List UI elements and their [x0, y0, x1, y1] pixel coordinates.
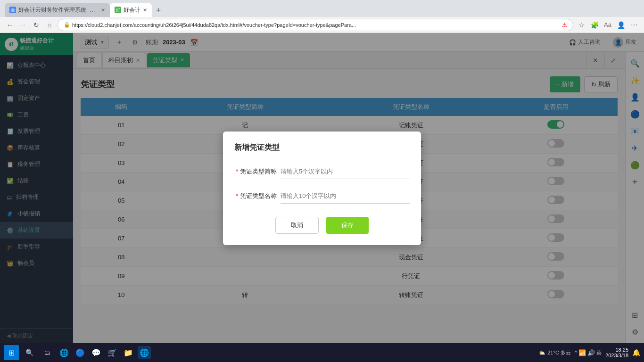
reload-button[interactable]: ↻	[31, 20, 41, 30]
modal: 新增凭证类型 * 凭证类型简称 * 凭证类型名称 取消 保存	[223, 132, 421, 245]
extensions-icon[interactable]: 🧩	[589, 20, 600, 30]
modal-actions: 取消 保存	[234, 217, 410, 234]
tab2-label: 好会计	[124, 6, 140, 14]
browser-star-icon[interactable]: ☆	[576, 20, 586, 30]
start-button[interactable]: ⊞	[4, 345, 19, 360]
address-input-wrapper[interactable]: 🔒 https://cloud2.chanjet.com/accounting/…	[58, 19, 573, 31]
taskbar-wechat[interactable]: 💬	[90, 346, 103, 359]
home-button[interactable]: ⌂	[44, 20, 55, 30]
tab1-favicon: 会	[9, 7, 16, 13]
address-text: https://cloud2.chanjet.com/accounting/uh…	[72, 22, 560, 28]
taskbar: ⊞ 🔍 🗂 🌐 🔵 💬 🛒 📁 🌐 ⛅ 21°C 多云 ^ 📶 🔊 英 18:2…	[0, 343, 644, 362]
taskbar-chrome[interactable]: 🔵	[74, 346, 87, 359]
taskbar-system-icons: ^ 📶 🔊 英	[575, 349, 602, 356]
taskbar-win-store[interactable]: 🛒	[106, 346, 119, 359]
tab1-label: 好会计云财务软件管理系统_会计	[18, 6, 99, 14]
tab1-close[interactable]: ✕	[101, 7, 105, 13]
chevron-icon[interactable]: ^	[575, 350, 577, 355]
back-button[interactable]: ←	[5, 20, 15, 30]
browser-chrome: 会 好会计云财务软件管理系统_会计 ✕ 好 好会计 ✕ + ← → ↻ ⌂ 🔒 …	[0, 0, 644, 33]
network-icon[interactable]: 📶	[578, 349, 586, 356]
taskbar-search[interactable]: 🔍	[22, 345, 37, 360]
short-name-field: * 凭证类型简称	[234, 164, 410, 179]
forward-button[interactable]: →	[18, 20, 28, 30]
security-warning-icon: ⚠	[562, 22, 567, 28]
address-bar: ← → ↻ ⌂ 🔒 https://cloud2.chanjet.com/acc…	[0, 17, 644, 33]
new-tab-button[interactable]: +	[152, 4, 165, 17]
short-name-input[interactable]	[281, 164, 410, 179]
type-name-field: * 凭证类型名称	[234, 189, 410, 204]
type-name-input[interactable]	[281, 189, 410, 204]
modal-overlay: 新增凭证类型 * 凭证类型简称 * 凭证类型名称 取消 保存	[0, 33, 644, 343]
time-text: 18:25	[615, 347, 628, 353]
taskbar-task-view[interactable]: 🗂	[40, 345, 55, 360]
tab2-favicon: 好	[115, 7, 121, 13]
lang-indicator[interactable]: 英	[596, 349, 602, 356]
taskbar-edge[interactable]: 🌐	[58, 346, 71, 359]
browser-tab-active[interactable]: 好 好会计 ✕	[110, 3, 152, 17]
account-icon[interactable]: 👤	[616, 20, 626, 30]
taskbar-weather-area: ⛅ 21°C 多云	[539, 349, 571, 356]
volume-icon[interactable]: 🔊	[587, 349, 595, 356]
date-text: 2023/3/18	[605, 353, 628, 358]
tab2-close[interactable]: ✕	[143, 7, 147, 13]
reader-icon[interactable]: Aa	[603, 20, 613, 30]
taskbar-explorer[interactable]: 📁	[122, 346, 135, 359]
short-name-label: * 凭证类型简称	[234, 167, 277, 176]
taskbar-clock[interactable]: 18:25 2023/3/18	[605, 347, 628, 358]
save-button[interactable]: 保存	[326, 217, 369, 234]
type-name-label: * 凭证类型名称	[234, 192, 277, 200]
taskbar-edge2[interactable]: 🌐	[138, 346, 151, 359]
modal-title: 新增凭证类型	[234, 143, 410, 153]
cancel-button[interactable]: 取消	[275, 217, 319, 234]
weather-icon: ⛅	[539, 350, 545, 356]
tab-bar: 会 好会计云财务软件管理系统_会计 ✕ 好 好会计 ✕ +	[0, 0, 644, 17]
taskbar-right-area: ⛅ 21°C 多云 ^ 📶 🔊 英 18:25 2023/3/18 🔔	[539, 347, 640, 358]
weather-text: 21°C 多云	[547, 349, 571, 356]
browser-tab-inactive[interactable]: 会 好会计云财务软件管理系统_会计 ✕	[5, 3, 110, 17]
notification-icon[interactable]: 🔔	[632, 349, 640, 356]
menu-icon[interactable]: ⋯	[629, 20, 639, 30]
lock-icon: 🔒	[64, 22, 70, 28]
